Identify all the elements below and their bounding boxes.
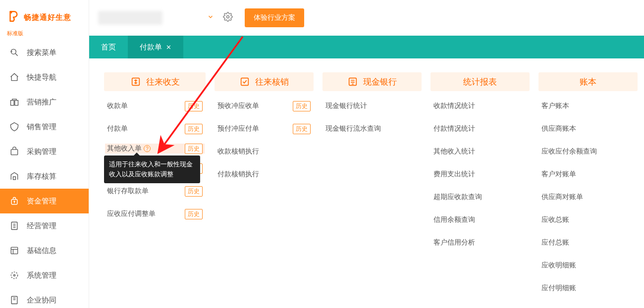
menu-item[interactable]: 应收应付余额查询	[541, 147, 635, 156]
menu-item[interactable]: 应收明细账	[541, 260, 635, 270]
sidebar-item-label: 采购管理	[27, 147, 56, 156]
history-badge[interactable]: 历史	[185, 186, 203, 197]
sidebar-item-quicknav[interactable]: 快捷导航	[0, 65, 89, 90]
menu-item[interactable]: 付款情况统计	[433, 124, 527, 134]
svg-point-21	[227, 16, 229, 18]
history-badge[interactable]: 历史	[185, 101, 203, 111]
svg-point-17	[13, 274, 15, 276]
sidebar-item-search[interactable]: 搜索菜单	[0, 40, 89, 65]
svg-rect-18	[11, 297, 17, 304]
column-list: 预收冲应收单历史预付冲应付单历史收款核销执行付款核销执行	[215, 101, 314, 179]
menu-item-label: 应收应付调整单	[107, 209, 156, 217]
menu-item[interactable]: 收款单历史	[107, 101, 203, 111]
gear-icon[interactable]	[223, 12, 233, 24]
help-tooltip: 适用于往来收入和一般性现金收入以及应收账款调整	[104, 155, 200, 183]
column-verify: 往来核销预收冲应收单历史预付冲应付单历史收款核销执行付款核销执行	[215, 72, 314, 298]
menu-item[interactable]: 收款情况统计	[433, 101, 527, 111]
menu-item[interactable]: 应付明细账	[541, 283, 635, 293]
menu-item[interactable]: 收款核销执行	[217, 147, 311, 156]
menu-item[interactable]: 银行存取款单历史	[107, 186, 203, 196]
column-header-income: 往来收支	[104, 72, 206, 91]
operate-icon	[9, 220, 20, 231]
menu-item[interactable]: 预付冲应付单历史	[217, 124, 311, 134]
svg-rect-13	[11, 247, 17, 254]
menu-item[interactable]: 应收应付调整单历史	[107, 209, 203, 219]
history-badge[interactable]: 历史	[293, 124, 311, 134]
menu-item-label: 银行存取款单	[107, 187, 149, 195]
menu-item[interactable]: 付款核销执行	[217, 169, 311, 179]
menu-item[interactable]: 客户信用分析	[433, 238, 527, 248]
sidebar-item-label: 销售管理	[27, 122, 56, 132]
verify-icon	[239, 76, 250, 87]
column-ledger: 账本客户账本供应商账本应收应付余额查询客户对账单供应商对账单应收总账应付总账应收…	[538, 72, 638, 298]
menu-item-label: 其他收入单	[107, 144, 142, 153]
menu-item-label: 收款情况统计	[433, 102, 475, 109]
history-badge[interactable]: 历史	[185, 144, 203, 154]
sidebar-item-label: 基础信息	[27, 246, 56, 256]
menu-item-label: 现金银行流水查询	[325, 124, 381, 132]
column-header-report: 统计报表	[430, 72, 530, 91]
marketing-icon	[9, 97, 20, 107]
menu-item[interactable]: 信用余额查询	[433, 215, 527, 225]
system-icon	[9, 270, 20, 281]
menu-item[interactable]: 应付总账	[541, 238, 635, 248]
history-badge[interactable]: 历史	[293, 101, 311, 111]
menu-item[interactable]: 付款单历史	[107, 124, 203, 134]
sidebar-item-basic[interactable]: 基础信息	[0, 238, 89, 263]
org-selector-blurred[interactable]	[98, 11, 162, 25]
svg-point-16	[11, 272, 17, 278]
menu-item[interactable]: 供应商账本	[541, 124, 635, 134]
basic-icon	[9, 245, 20, 256]
menu-item[interactable]: 费用支出统计	[433, 169, 527, 179]
sidebar-item-sales[interactable]: 销售管理	[0, 114, 89, 139]
search-icon	[9, 47, 20, 58]
menu-item[interactable]: 预收冲应收单历史	[217, 101, 311, 111]
menu-item[interactable]: 应收总账	[541, 215, 635, 225]
stock-icon	[9, 171, 20, 182]
quicknav-icon	[9, 72, 20, 83]
sidebar-item-collab[interactable]: 企业协同	[0, 288, 89, 308]
sidebar-item-funds[interactable]: 资金管理	[0, 189, 89, 213]
menu-item[interactable]: 现金银行统计	[325, 101, 419, 111]
column-title: 现金银行	[363, 76, 397, 88]
income-icon	[130, 76, 141, 87]
menu-item[interactable]: 客户对账单	[541, 169, 635, 179]
sidebar-item-marketing[interactable]: 营销推广	[0, 90, 89, 114]
history-badge[interactable]: 历史	[185, 124, 203, 134]
svg-rect-7	[13, 177, 16, 180]
column-income: 往来收支收款单历史付款单历史其他收入单?历史费用单历史银行存取款单历史应收应付调…	[104, 72, 206, 298]
sidebar-nav: 搜索菜单快捷导航营销推广销售管理采购管理库存核算资金管理经营管理基础信息系统管理…	[0, 40, 89, 308]
content-panel: 往来收支收款单历史付款单历史其他收入单?历史费用单历史银行存取款单历史应收应付调…	[89, 58, 644, 308]
tab-1[interactable]: 付款单✕	[128, 36, 183, 58]
help-icon[interactable]: ?	[144, 145, 151, 152]
purchase-icon	[9, 146, 20, 157]
sidebar-item-purchase[interactable]: 采购管理	[0, 139, 89, 164]
column-cash: 现金银行现金银行统计现金银行流水查询	[322, 72, 422, 298]
menu-item-label: 信用余额查询	[433, 215, 475, 223]
brand-logo-icon	[7, 10, 20, 25]
menu-item-label: 供应商账本	[541, 124, 576, 132]
sidebar-item-operate[interactable]: 经营管理	[0, 213, 89, 238]
history-badge[interactable]: 历史	[185, 209, 203, 219]
menu-item[interactable]: 现金银行流水查询	[325, 124, 419, 134]
industry-plan-button[interactable]: 体验行业方案	[245, 8, 304, 27]
menu-item-label: 预付冲应付单	[217, 124, 259, 132]
sidebar-item-stock[interactable]: 库存核算	[0, 164, 89, 189]
menu-item[interactable]: 其他收入统计	[433, 147, 527, 156]
svg-line-2	[15, 53, 18, 56]
column-title: 账本	[580, 76, 596, 88]
menu-item-label: 应付总账	[541, 238, 569, 246]
chevron-down-icon[interactable]	[207, 13, 214, 22]
menu-item[interactable]: 供应商对账单	[541, 192, 635, 202]
menu-item[interactable]: 客户账本	[541, 101, 635, 111]
sidebar-item-system[interactable]: 系统管理	[0, 263, 89, 288]
menu-item[interactable]: 超期应收款查询	[433, 192, 527, 202]
brand-title: 畅捷通好生意	[24, 13, 71, 22]
sidebar-item-label: 营销推广	[27, 98, 56, 107]
menu-item-label: 应收应付余额查询	[541, 147, 597, 155]
close-icon[interactable]: ✕	[166, 44, 171, 51]
tab-0[interactable]: 首页	[89, 36, 128, 58]
collab-icon	[9, 295, 20, 306]
menu-item[interactable]: 其他收入单?历史	[105, 144, 205, 154]
cash-icon	[347, 76, 358, 87]
